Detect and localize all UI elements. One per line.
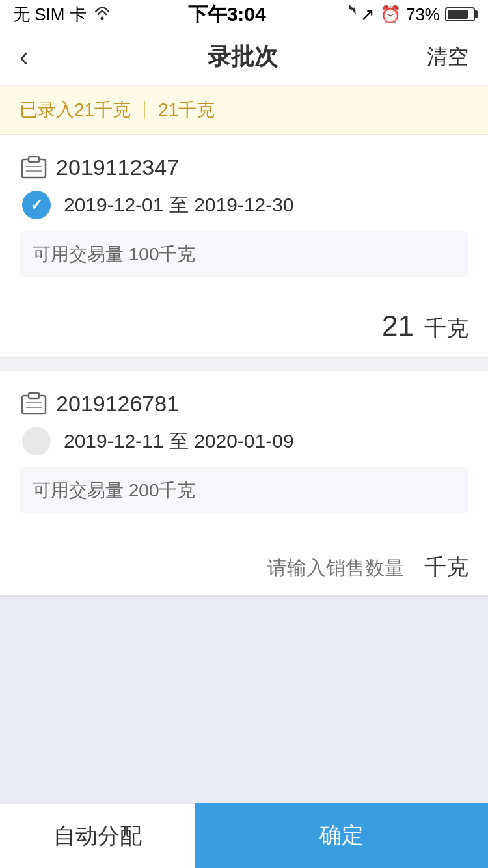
batch1-date-row[interactable]: ✓ 2019-12-01 至 2019-12-30 — [20, 191, 468, 219]
nav-bar: ‹ 录批次 清空 — [0, 29, 488, 86]
svg-rect-7 — [29, 393, 39, 398]
batch2-header: 2019126781 — [20, 390, 468, 416]
auto-distribute-button[interactable]: 自动分配 — [0, 803, 195, 868]
svg-rect-3 — [29, 157, 39, 162]
batch1-date: 2019-12-01 至 2019-12-30 — [64, 192, 294, 219]
card-gap — [0, 358, 488, 371]
alarm-icon: ⏰ — [380, 5, 401, 25]
battery-icon — [445, 7, 475, 21]
batch1-radio[interactable]: ✓ — [22, 191, 51, 219]
back-button[interactable]: ‹ — [20, 42, 59, 72]
batch2-radio[interactable] — [22, 427, 51, 455]
batch2-date-row[interactable]: 2019-12-11 至 2020-01-09 — [20, 427, 468, 455]
batch1-available: 可用交易量 100千克 — [33, 244, 196, 264]
quantity-input[interactable] — [219, 557, 414, 579]
batch-icon-2 — [20, 390, 48, 416]
svg-point-0 — [100, 16, 103, 20]
no-sim-text: 无 SIM 卡 — [13, 3, 87, 26]
batch2-available-box: 可用交易量 200千克 — [20, 467, 468, 513]
status-time: 下午3:04 — [188, 1, 266, 28]
status-right: ↗ ⏰ 73% — [343, 5, 475, 25]
info-banner: 已录入21千克 21千克 — [0, 86, 488, 135]
batch1-number: 2019112347 — [56, 155, 179, 180]
recorded-label: 已录入21千克 — [20, 98, 131, 122]
location-icon: ↗ — [343, 5, 375, 25]
checkmark-icon: ✓ — [30, 196, 43, 214]
total-value: 21千克 — [158, 98, 215, 122]
confirm-button[interactable]: 确定 — [195, 803, 488, 868]
battery-percent: 73% — [406, 5, 440, 25]
batch1-unit: 千克 — [424, 314, 468, 344]
bottom-bar: 自动分配 确定 — [0, 803, 488, 868]
batch-icon-1 — [20, 154, 48, 180]
batch2-card: 2019126781 2019-12-11 至 2020-01-09 可用交易量… — [0, 371, 488, 539]
batch1-card: 2019112347 ✓ 2019-12-01 至 2019-12-30 可用交… — [0, 135, 488, 303]
info-divider — [144, 101, 145, 119]
batch2-available: 可用交易量 200千克 — [33, 480, 196, 500]
batch2-number: 2019126781 — [56, 391, 179, 416]
status-left: 无 SIM 卡 — [13, 3, 111, 26]
batch2-date: 2019-12-11 至 2020-01-09 — [64, 428, 294, 455]
batch1-amount: 21 — [382, 310, 414, 342]
batch1-header: 2019112347 — [20, 154, 468, 180]
clear-button[interactable]: 清空 — [427, 43, 468, 72]
status-bar: 无 SIM 卡 下午3:04 ↗ ⏰ 73% — [0, 0, 488, 29]
batch2-input-row[interactable]: 千克 — [0, 539, 488, 597]
batch1-amount-row: 21 千克 — [0, 303, 488, 358]
batch2-unit: 千克 — [424, 552, 468, 582]
wifi-icon — [93, 5, 111, 25]
page-title: 录批次 — [208, 41, 278, 73]
batch1-available-box: 可用交易量 100千克 — [20, 231, 468, 277]
